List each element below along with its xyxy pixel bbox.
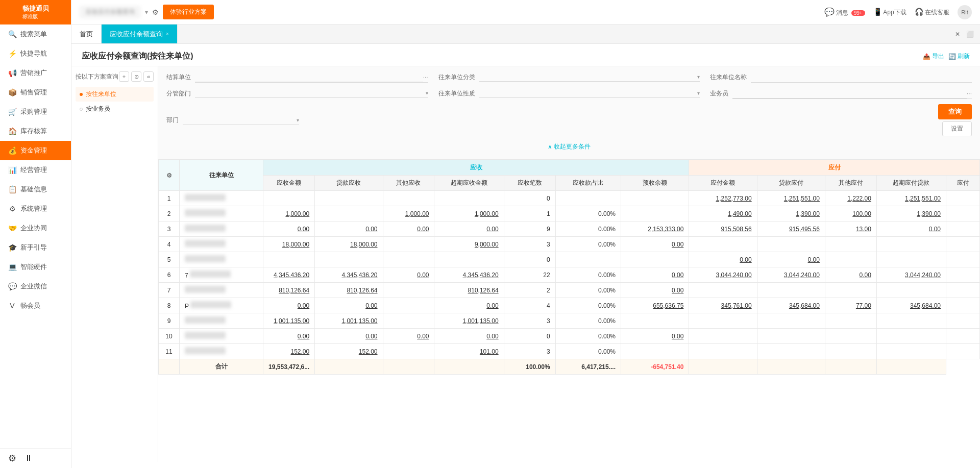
- settings-gear-icon[interactable]: ⚙: [8, 453, 16, 464]
- filter-select-dept[interactable]: ▾: [183, 116, 299, 125]
- tab-expand-icon[interactable]: ⬜: [966, 31, 974, 38]
- cell-link[interactable]: 1,000.00: [475, 210, 499, 217]
- cell-link[interactable]: 0.00: [672, 272, 683, 279]
- tab-close-window-icon[interactable]: ✕: [955, 31, 960, 38]
- sidebar-item-营销推广[interactable]: 📢营销推广: [0, 63, 71, 83]
- cell-link[interactable]: 0.00: [740, 256, 751, 263]
- cell-link[interactable]: 0.00: [417, 333, 429, 340]
- cell-link[interactable]: 9,000.00: [475, 241, 499, 248]
- query-button[interactable]: 查询: [938, 104, 972, 119]
- app-download-link[interactable]: 📱 App下载: [873, 8, 906, 17]
- cell-link[interactable]: 0.00: [860, 272, 871, 279]
- cell-link[interactable]: 0.00: [365, 302, 377, 309]
- filter-input-salesperson[interactable]: [732, 88, 967, 98]
- salesperson-dots-icon[interactable]: ···: [967, 90, 972, 97]
- cell-link[interactable]: 1,390.00: [796, 210, 820, 217]
- filter-select-partner-category[interactable]: ▾: [479, 72, 700, 82]
- filter-input-partner-name[interactable]: [751, 72, 972, 83]
- cell-link[interactable]: 100.00: [852, 210, 871, 217]
- sidebar-item-采购管理[interactable]: 🛒采购管理: [0, 102, 71, 121]
- collapse-scheme-icon[interactable]: «: [143, 71, 154, 82]
- cell-link[interactable]: 3,044,240.00: [784, 272, 820, 279]
- cell-link[interactable]: 13.00: [856, 226, 871, 233]
- sidebar-item-搜索菜单[interactable]: 🔍搜索菜单: [0, 24, 71, 44]
- sidebar-item-经营管理[interactable]: 📊经营管理: [0, 160, 71, 180]
- cell-link[interactable]: 0.00: [672, 333, 683, 340]
- cell-link[interactable]: 0.00: [929, 226, 941, 233]
- online-service-link[interactable]: 🎧 在线客服: [915, 8, 949, 17]
- cell-link[interactable]: 655,636.75: [653, 302, 683, 309]
- cell-link[interactable]: 77.00: [856, 302, 871, 309]
- cell-link[interactable]: 345,684.00: [789, 302, 820, 309]
- cell-link[interactable]: 345,761.00: [721, 302, 752, 309]
- cell-link[interactable]: 0.00: [417, 226, 429, 233]
- cell-link[interactable]: 1,001,135.00: [463, 317, 499, 325]
- cell-link[interactable]: 1,252,773.00: [716, 195, 752, 202]
- cell-link[interactable]: 0.00: [365, 333, 377, 340]
- cell-link[interactable]: 1,490.00: [728, 210, 752, 217]
- table-settings-icon[interactable]: ⚙: [164, 170, 174, 181]
- cell-link[interactable]: 1,251,551.00: [784, 195, 820, 202]
- cell-link[interactable]: 810,126.64: [347, 287, 377, 294]
- setting-button[interactable]: 设置: [942, 121, 972, 136]
- message-link[interactable]: 💬 消息 99+: [824, 7, 865, 17]
- sidebar-item-基础信息[interactable]: 📋基础信息: [0, 180, 71, 199]
- filter-input-settlement[interactable]: [195, 71, 423, 82]
- cell-link[interactable]: 0.00: [672, 241, 683, 248]
- cell-link[interactable]: 810,126.64: [468, 287, 499, 294]
- scheme-item-0[interactable]: 按往来单位: [76, 87, 154, 102]
- cell-link[interactable]: 1,000.00: [405, 210, 429, 217]
- settlement-dots-icon[interactable]: ···: [423, 73, 428, 81]
- cell-link[interactable]: 915,508.56: [721, 226, 752, 233]
- scheme-item-1[interactable]: 按业务员: [76, 102, 154, 116]
- filter-select-department[interactable]: ▾: [195, 89, 428, 98]
- tab-active[interactable]: 应收应付余额查询 ×: [102, 24, 178, 43]
- sidebar-item-快捷导航[interactable]: ⚡快捷导航: [0, 44, 71, 63]
- cell-link[interactable]: 1,390.00: [917, 210, 941, 217]
- sidebar-item-销售管理[interactable]: 📦销售管理: [0, 83, 71, 102]
- cell-link[interactable]: 101.00: [480, 348, 499, 355]
- cell-link[interactable]: 0.00: [417, 272, 429, 279]
- export-button[interactable]: 📤 导出: [923, 52, 944, 61]
- cell-link[interactable]: 2,153,333.00: [648, 226, 683, 233]
- cell-link[interactable]: 915,495.56: [789, 226, 820, 233]
- sidebar-item-新手引导[interactable]: 🎓新手引导: [0, 238, 71, 257]
- cell-link[interactable]: 0.00: [486, 333, 498, 340]
- sidebar-item-智能硬件[interactable]: 💻智能硬件: [0, 257, 71, 277]
- cell-link[interactable]: 0.00: [486, 302, 498, 309]
- cell-link[interactable]: 4,345,436.20: [463, 272, 499, 279]
- cell-link[interactable]: 810,126.64: [279, 287, 309, 294]
- cell-link[interactable]: 0.00: [808, 256, 820, 263]
- cell-link[interactable]: 0.00: [298, 226, 309, 233]
- tab-home[interactable]: 首页: [71, 24, 102, 43]
- cell-link[interactable]: 3,044,240.00: [905, 272, 941, 279]
- cell-link[interactable]: 0.00: [298, 333, 309, 340]
- cell-link[interactable]: 4,345,436.20: [274, 272, 309, 279]
- cell-link[interactable]: 1,251,551.00: [905, 195, 941, 202]
- cell-link[interactable]: 18,000.00: [350, 241, 377, 248]
- edit-scheme-icon[interactable]: ⊙: [131, 71, 141, 82]
- refresh-button[interactable]: 🔄 刷新: [948, 52, 970, 61]
- cell-link[interactable]: 4,345,436.20: [341, 272, 377, 279]
- sidebar-item-库存核算[interactable]: 🏠库存核算: [0, 121, 71, 141]
- cell-link[interactable]: 152.00: [290, 348, 309, 355]
- sidebar-item-企业协同[interactable]: 🤝企业协同: [0, 218, 71, 238]
- add-scheme-icon[interactable]: +: [119, 71, 129, 82]
- cell-link[interactable]: 1,000.00: [285, 210, 309, 217]
- cell-link[interactable]: 1,001,135.00: [341, 317, 377, 325]
- industry-solution-button[interactable]: 体验行业方案: [163, 5, 214, 19]
- cell-link[interactable]: 18,000.00: [282, 241, 309, 248]
- cell-link[interactable]: 152.00: [359, 348, 378, 355]
- tab-close-icon[interactable]: ×: [166, 31, 169, 37]
- cell-link[interactable]: 0.00: [486, 226, 498, 233]
- sidebar-item-企业微信[interactable]: 💬企业微信: [0, 277, 71, 296]
- cell-link[interactable]: 0.00: [365, 226, 377, 233]
- user-avatar[interactable]: Rit: [958, 5, 972, 19]
- collapse-button[interactable]: ∧ 收起更多条件: [166, 140, 972, 153]
- sidebar-item-资金管理[interactable]: 💰资金管理: [0, 141, 71, 160]
- cell-link[interactable]: 0.00: [672, 287, 683, 294]
- cell-link[interactable]: 0.00: [298, 302, 309, 309]
- sidebar-item-畅会员[interactable]: V畅会员: [0, 296, 71, 315]
- cell-link[interactable]: 3,044,240.00: [716, 272, 752, 279]
- breadcrumb-arrow-icon[interactable]: ▾: [145, 9, 148, 16]
